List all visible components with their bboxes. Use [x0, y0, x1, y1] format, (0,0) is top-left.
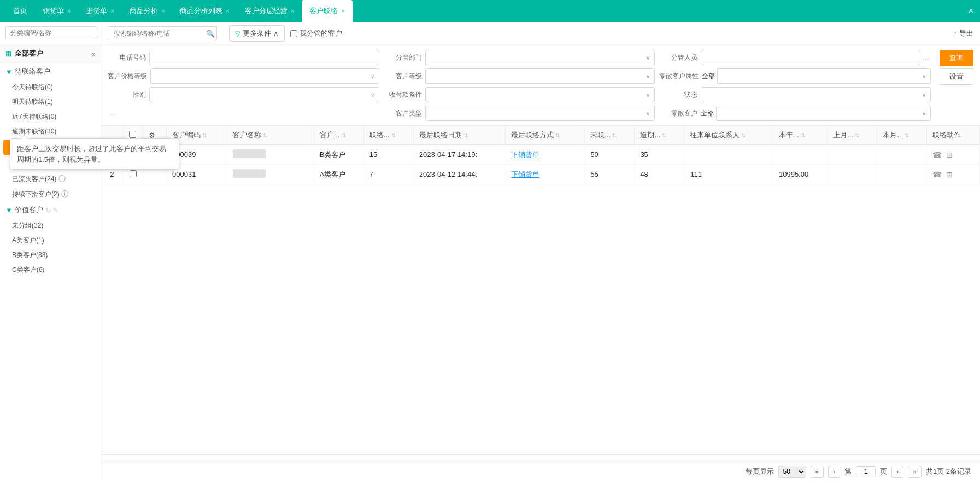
cell-overdue-1: 35: [635, 145, 684, 165]
cell-method-1[interactable]: 下销货单: [505, 145, 584, 165]
cell-lastmonth-1: [828, 145, 877, 165]
my-customers-checkbox-label[interactable]: 我分管的客户: [290, 28, 342, 38]
sort-icon-year: ⇅: [801, 132, 805, 138]
cell-uncontact-1: 50: [585, 145, 635, 165]
chevron-down-icon3: ∨: [646, 73, 650, 79]
page-number-input[interactable]: [856, 466, 876, 477]
refresh-icon[interactable]: ↻: [45, 206, 51, 214]
th-last-contact-method[interactable]: 最后联络方式 ⇅: [505, 126, 584, 145]
sidebar-item-ungrouped[interactable]: 未分组(32): [0, 218, 101, 233]
calendar-action-icon-2[interactable]: ⊞: [946, 170, 953, 179]
last-page-btn[interactable]: »: [908, 466, 922, 478]
th-overdue[interactable]: 逾期... ⇅: [635, 126, 684, 145]
th-this-year[interactable]: 本年... ⇅: [773, 126, 827, 145]
price-level-select[interactable]: ∨: [150, 68, 379, 84]
nav-product-analysis[interactable]: 商品分析 ×: [122, 0, 172, 22]
nav-close-purchase[interactable]: ×: [110, 8, 114, 14]
group-pending-contact[interactable]: ▼ 待联络客户: [0, 63, 101, 80]
export-button[interactable]: ↑ 导出: [954, 28, 974, 38]
sidebar-item-today[interactable]: 今天待联络(0): [0, 80, 101, 95]
sidebar-item-tomorrow[interactable]: 明天待联络(1): [0, 95, 101, 109]
cell-unit-1: [684, 145, 773, 165]
cell-overdue-2: 48: [635, 165, 684, 184]
all-customers-header[interactable]: ⊞ 全部客户 «: [0, 44, 101, 63]
th-type[interactable]: 客户... ⇅: [314, 126, 363, 145]
nav-product-analysis-list[interactable]: 商品分析列表 ×: [172, 0, 237, 22]
th-last-contact-date[interactable]: 最后联络日期 ⇅: [413, 126, 505, 145]
cell-type-2: A类客户: [314, 165, 363, 184]
next-page-btn[interactable]: ›: [891, 466, 903, 478]
query-button[interactable]: 查询: [940, 50, 973, 66]
main-search-input[interactable]: [108, 26, 217, 40]
sidebar-item-class-a[interactable]: A类客户(1): [0, 233, 101, 248]
group-value-customers[interactable]: ▼ 价值客户 ↻ ✎: [0, 202, 101, 218]
chevron-down-icon5: ∨: [371, 92, 374, 98]
cell-contact-1: 15: [363, 145, 413, 165]
cell-type-1: B类客户: [314, 145, 363, 165]
th-this-month[interactable]: 本月... ⇅: [877, 126, 927, 145]
person-select[interactable]: [701, 50, 920, 65]
payment-select[interactable]: ∨: [425, 87, 655, 102]
nav-close-stratification[interactable]: ×: [291, 8, 294, 14]
th-contact[interactable]: 联络... ⇅: [363, 126, 413, 145]
nav-close-product-list[interactable]: ×: [226, 8, 229, 14]
phone-action-icon-2[interactable]: ☎: [932, 170, 942, 179]
nav-close-sales[interactable]: ×: [67, 8, 71, 14]
select-all-checkbox[interactable]: [129, 131, 136, 138]
my-customers-checkbox[interactable]: [290, 30, 297, 37]
cell-name-1: [227, 145, 314, 165]
chevron-down-icon6: ∨: [646, 92, 650, 98]
sidebar-item-churned[interactable]: 已流失客户(24) ⓘ: [0, 171, 101, 187]
sidebar-item-class-c[interactable]: C类客户(6): [0, 263, 101, 277]
person-dots[interactable]: ...: [920, 54, 931, 62]
data-table-wrapper: ⚙ 客户编码 ⇅ 客户名称 ⇅: [101, 126, 980, 454]
customer-level-select[interactable]: ∨: [425, 68, 655, 84]
method-link-1[interactable]: 下销货单: [511, 150, 539, 159]
sidebar-item-declining[interactable]: 持续下滑客户(2) ⓘ: [0, 187, 101, 202]
th-action: 联络动作: [927, 126, 980, 145]
gender-select[interactable]: ∨: [149, 87, 379, 102]
calendar-action-icon-1[interactable]: ⊞: [946, 150, 953, 159]
settings-button[interactable]: 设置: [940, 68, 973, 85]
expand-dots[interactable]: ···: [108, 109, 118, 118]
horizontal-scrollbar[interactable]: [101, 454, 980, 461]
action-icons-2: ☎ ⊞: [932, 170, 974, 179]
retail-attr-select[interactable]: ∨: [717, 68, 931, 84]
phone-action-icon-1[interactable]: ☎: [932, 150, 942, 159]
main-layout: 🔍 ⊞ 全部客户 « ▼ 待联络客户 今天待联络(0) 明天待联络(1) 近7天…: [0, 22, 980, 482]
prev-page-btn[interactable]: ‹: [828, 466, 840, 478]
nav-close-product-analysis[interactable]: ×: [161, 8, 165, 14]
th-last-month[interactable]: 上月... ⇅: [828, 126, 877, 145]
customer-type-select[interactable]: ∨: [425, 106, 655, 121]
cell-action-1: ☎ ⊞: [927, 145, 980, 165]
edit-icon[interactable]: ✎: [52, 206, 58, 214]
th-uncontact[interactable]: 未联... ⇅: [585, 126, 635, 145]
nav-customer-stratification[interactable]: 客户分层经营 ×: [237, 0, 302, 22]
sidebar-item-7days[interactable]: 近7天待联络(0): [0, 109, 101, 124]
sort-icon-name: ⇅: [263, 132, 267, 138]
first-page-btn[interactable]: «: [811, 466, 824, 478]
retail-customer-select[interactable]: ∨: [716, 106, 931, 121]
more-conditions-button[interactable]: ▽ 更多条件 ∧: [229, 25, 285, 42]
nav-close-contact[interactable]: ×: [341, 8, 344, 14]
page-label: 第: [844, 467, 852, 477]
sidebar-search-input[interactable]: [5, 26, 97, 39]
method-link-2[interactable]: 下销货单: [511, 170, 539, 178]
nav-sales-order[interactable]: 销货单 ×: [35, 0, 78, 22]
nav-home[interactable]: 首页: [5, 0, 35, 22]
sidebar-item-overdue-contact[interactable]: 逾期未联络(30): [0, 124, 101, 139]
name-avatar-1: [233, 149, 266, 158]
nav-purchase-order[interactable]: 进货单 ×: [78, 0, 121, 22]
sidebar-item-class-b[interactable]: B类客户(33): [0, 248, 101, 263]
nav-customer-contact[interactable]: 客户联络 ×: [302, 0, 352, 22]
nav-close-all[interactable]: ×: [969, 6, 973, 16]
phone-input[interactable]: [149, 50, 379, 65]
cell-method-2[interactable]: 下销货单: [505, 165, 584, 184]
dept-select[interactable]: ∨: [425, 50, 655, 65]
th-unit-contact[interactable]: 往来单位联系人 ⇅: [684, 126, 773, 145]
th-name[interactable]: 客户名称 ⇅: [227, 126, 314, 145]
row-checkbox-2[interactable]: [130, 170, 137, 177]
status-select[interactable]: ∨: [701, 87, 931, 102]
per-page-select[interactable]: 50 20 100: [778, 466, 806, 478]
collapse-icon[interactable]: «: [91, 50, 95, 58]
